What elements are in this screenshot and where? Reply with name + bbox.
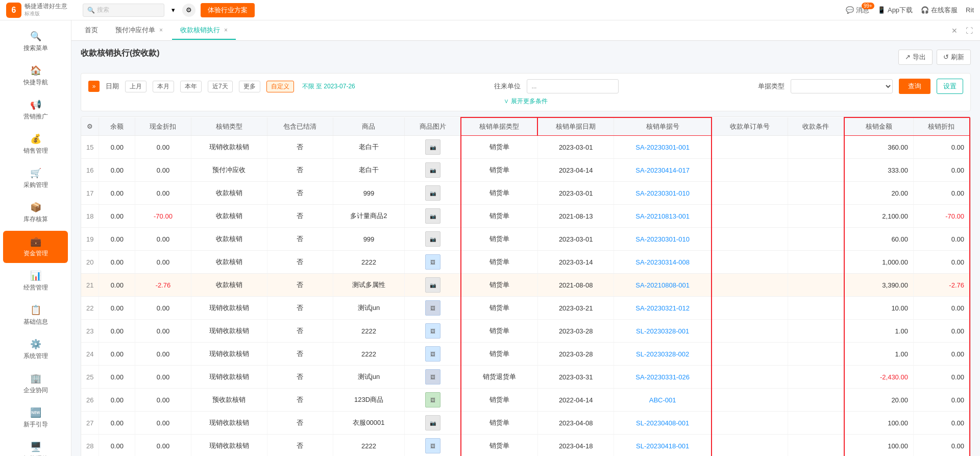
balance-cell: 0.00 — [99, 228, 135, 251]
bill-no-link[interactable]: SA-20230301-010 — [635, 235, 690, 243]
settings-gear-btn[interactable]: ⚙ — [182, 4, 195, 17]
table-row: 260.000.00预收款核销否123D商品🖼销货单2022-04-14ABC-… — [81, 389, 970, 412]
bill-type-cell: 销货单 — [461, 297, 537, 320]
write-off-discount-cell: 0.00 — [913, 297, 970, 320]
bill-no-link[interactable]: SA-20230414-017 — [635, 166, 690, 174]
marketing-icon: 📢 — [30, 99, 41, 110]
sidebar-item-basicinfo[interactable]: 📋 基础信息 — [3, 299, 68, 331]
sidebar-item-system[interactable]: ⚙️ 系统管理 — [3, 333, 68, 366]
receipt-cond-cell — [788, 343, 844, 366]
main-content: 首页 预付冲应付单 × 收款核销执行 × ✕ ⛶ 收款核销执行(按收款) ↗ — [71, 20, 980, 456]
bill-no-link[interactable]: SL-20230328-002 — [636, 350, 689, 358]
window-close-btn[interactable]: ✕ — [949, 26, 960, 36]
product-cell: 测试多属性 — [333, 274, 404, 297]
table-row: 170.000.00收款核销否999📷销货单2023-03-01SA-20230… — [81, 182, 970, 205]
tab-prepay[interactable]: 预付冲应付单 × — [107, 21, 171, 40]
prepay-tab-close[interactable]: × — [159, 27, 163, 34]
col-receipt-cond: 收款条件 — [788, 117, 844, 136]
refresh-btn[interactable]: ↺ 刷新 — [937, 50, 971, 65]
receipts-tab-close[interactable]: × — [224, 27, 228, 34]
sidebar-item-search[interactable]: 🔍 搜索菜单 — [3, 26, 68, 58]
expand-more-btn[interactable]: ∨ 展开更多条件 — [504, 97, 547, 106]
home-tab-label: 首页 — [85, 26, 98, 35]
notifications[interactable]: 💬 消息 99+ — [846, 6, 869, 15]
column-settings-icon[interactable]: ⚙ — [87, 123, 93, 130]
search-btn[interactable]: 查询 — [899, 79, 930, 94]
col-settings[interactable]: ⚙ — [81, 117, 99, 136]
write-off-type-cell: 预收款核销 — [191, 389, 267, 412]
bill-no-cell: SA-20210813-001 — [614, 205, 712, 228]
sidebar-item-finance[interactable]: 💼 资金管理 — [3, 231, 68, 263]
write-off-type-cell: 收款核销 — [191, 182, 267, 205]
write-off-type-cell: 现销收款核销 — [191, 343, 267, 366]
user-menu[interactable]: Rit — [966, 6, 974, 14]
logo-tag: 标准版 — [24, 10, 67, 17]
sidebar-label-system: 系统管理 — [23, 352, 48, 361]
product-image-thumb: 🖼 — [425, 438, 440, 453]
bill-no-link[interactable]: SA-20230301-001 — [635, 143, 690, 151]
receipt-order-cell — [712, 435, 788, 457]
bill-type-cell: 销货单 — [461, 412, 537, 435]
sidebar-item-hardware[interactable]: 🖥️ 智能硬件 — [3, 436, 68, 456]
product-image-cell: 📷 — [405, 205, 461, 228]
date-this-year-btn[interactable]: 本年 — [180, 81, 202, 92]
finance-icon: 💼 — [30, 236, 41, 247]
sidebar-item-inventory[interactable]: 📦 库存核算 — [3, 197, 68, 229]
search-dropdown-btn[interactable]: ▾ — [169, 5, 177, 15]
receipt-order-cell — [712, 412, 788, 435]
sidebar-item-quick[interactable]: 🏠 快捷导航 — [3, 60, 68, 92]
receipt-cond-cell — [788, 366, 844, 389]
partner-filter-input[interactable] — [527, 79, 619, 93]
bill-no-link[interactable]: SA-20230331-026 — [635, 373, 690, 381]
write-off-amount-cell: 1.00 — [844, 320, 914, 343]
trial-btn[interactable]: 体验行业方案 — [201, 3, 255, 17]
app-download[interactable]: 📱 App下载 — [877, 6, 913, 15]
sidebar-item-purchase[interactable]: 🛒 采购管理 — [3, 162, 68, 195]
bill-no-cell: SA-20230331-026 — [614, 366, 712, 389]
filter-collapse-btn[interactable]: » — [88, 81, 100, 92]
date-more-btn[interactable]: 更多 — [239, 81, 260, 92]
included-settled-cell: 否 — [267, 412, 333, 435]
sidebar-item-enterprise[interactable]: 🏢 企业协同 — [3, 368, 68, 400]
bill-no-link[interactable]: SL-20230418-001 — [636, 442, 689, 450]
user-name: Rit — [966, 6, 974, 14]
table-row: 220.000.00现销收款核销否测试jun🖼销货单2023-03-21SA-2… — [81, 297, 970, 320]
bill-type-filter-select[interactable] — [791, 79, 893, 93]
bill-no-link[interactable]: SA-20210808-001 — [635, 281, 690, 289]
filter-setting-btn[interactable]: 设置 — [937, 79, 963, 94]
product-cell: 测试jun — [333, 366, 404, 389]
product-image-cell: 🖼 — [405, 343, 461, 366]
top-search-bar[interactable]: 🔍 搜索 — [83, 4, 164, 17]
bill-no-link[interactable]: SL-20230408-001 — [636, 419, 689, 427]
purchase-icon: 🛒 — [30, 167, 41, 179]
tab-home[interactable]: 首页 — [77, 21, 106, 40]
bill-no-link[interactable]: SA-20230314-008 — [635, 258, 690, 266]
sidebar-item-guide[interactable]: 🆕 新手引导 — [3, 402, 68, 434]
date-custom-btn[interactable]: 自定义 — [266, 81, 294, 92]
date-this-month-btn[interactable]: 本月 — [153, 81, 174, 92]
system-icon: ⚙️ — [30, 339, 41, 350]
date-7days-btn[interactable]: 近7天 — [208, 81, 233, 92]
bill-type-cell: 销货退货单 — [461, 366, 537, 389]
bill-no-link[interactable]: SL-20230328-001 — [636, 327, 689, 335]
bill-no-link[interactable]: SA-20230321-012 — [635, 304, 690, 312]
product-cell: 999 — [333, 228, 404, 251]
tab-receipts[interactable]: 收款核销执行 × — [172, 21, 236, 40]
bill-no-link[interactable]: SA-20210813-001 — [635, 212, 690, 220]
date-last-month-btn[interactable]: 上月 — [125, 81, 146, 92]
sidebar-item-operations[interactable]: 📊 经营管理 — [3, 265, 68, 297]
bill-date-cell: 2023-04-08 — [537, 412, 614, 435]
bill-date-cell: 2023-03-21 — [537, 297, 614, 320]
sidebar-item-marketing[interactable]: 📢 营销推广 — [3, 94, 68, 126]
receipt-order-cell — [712, 136, 788, 159]
export-btn[interactable]: ↗ 导出 — [898, 50, 933, 65]
bill-no-link[interactable]: ABC-001 — [649, 396, 676, 404]
product-image-cell: 🖼 — [405, 297, 461, 320]
bill-no-link[interactable]: SA-20230301-010 — [635, 189, 690, 197]
sidebar-item-sales[interactable]: 💰 销售管理 — [3, 128, 68, 160]
window-expand-btn[interactable]: ⛶ — [964, 26, 975, 36]
included-settled-cell: 否 — [267, 389, 333, 412]
product-image-placeholder: 📷 — [425, 139, 440, 155]
write-off-amount-cell: 333.00 — [844, 159, 914, 182]
online-service[interactable]: 🎧 在线客服 — [921, 6, 958, 15]
